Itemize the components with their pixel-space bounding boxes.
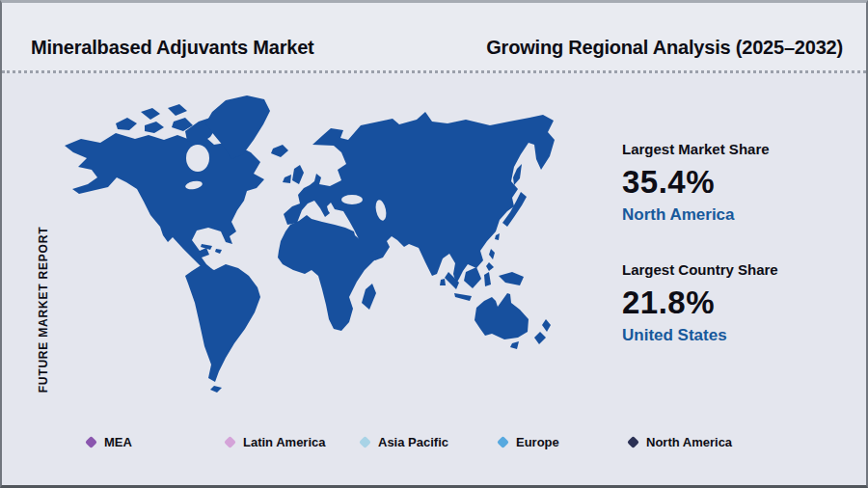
legend-item-mea: MEA [87,435,132,449]
legend-dot-icon [359,436,371,448]
legend-item-europe: Europe [499,435,559,449]
world-map-svg [60,85,600,393]
stat-value: 35.4% [622,164,854,201]
page-subtitle: Growing Regional Analysis (2025–2032) [486,37,843,59]
infographic-frame: Mineralbased Adjuvants Market Growing Re… [0,0,868,488]
publisher-watermark: FUTURE MARKET REPORT [37,223,52,396]
legend-label: North America [646,435,732,449]
stat-value: 21.8% [622,285,854,321]
legend-dot-icon [224,436,236,448]
info-panel: Largest Market Share 35.4% North America… [622,141,854,382]
stat-region: United States [622,326,854,345]
legend-dot-icon [85,436,97,448]
page-title: Mineralbased Adjuvants Market [31,37,314,59]
legend-label: Latin America [243,435,326,449]
legend-item-north-america: North America [629,435,732,449]
legend-label: Asia Pacific [378,435,448,449]
header: Mineralbased Adjuvants Market Growing Re… [2,3,866,73]
legend-dot-icon [497,436,509,448]
stat-label: Largest Market Share [622,141,854,157]
world-map [60,85,600,393]
legend-label: Europe [516,435,559,449]
stat-label: Largest Country Share [622,261,854,278]
stat-largest-market-share: Largest Market Share 35.4% North America [622,141,854,225]
stat-region: North America [622,205,854,225]
stat-largest-country-share: Largest Country Share 21.8% United State… [622,261,854,345]
legend-dot-icon [627,436,639,448]
legend-item-asia-pacific: Asia Pacific [361,435,448,449]
legend-item-latin-america: Latin America [226,435,326,449]
legend-label: MEA [104,435,132,449]
